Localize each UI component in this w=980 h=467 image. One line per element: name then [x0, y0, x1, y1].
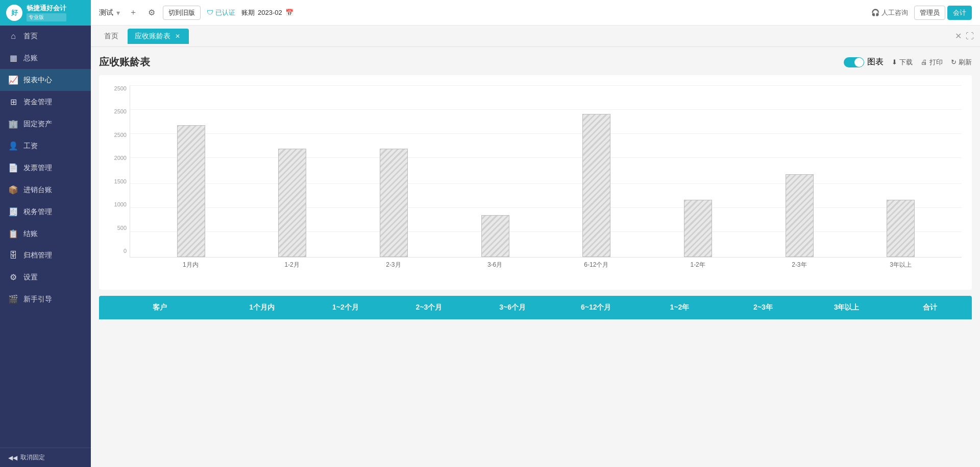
x-label-1-2month: 1-2月: [278, 261, 306, 269]
chart-main: 1月内 1-2月 2-3月 3-6月 6-12个月 1-2年 2-3年 3年以上: [130, 85, 962, 269]
col-total: 合计: [888, 296, 972, 319]
sidebar-item-settings[interactable]: ⚙ 设置: [0, 266, 91, 288]
chart-area: 2500 2500 2500 2000 1500 1000 500 0: [109, 85, 962, 269]
page-title: 应收账龄表: [99, 55, 150, 69]
bar-6-12month: [582, 114, 610, 257]
chart-grid: [130, 85, 962, 258]
period-value: 2023-02: [258, 9, 282, 16]
main-area: 测试 ▾ ＋ ⚙ 切到旧版 🛡 已认证 账期 2023-02 📅 🎧 人工咨询 …: [91, 0, 980, 467]
tab-close-icon[interactable]: ✕: [174, 32, 182, 40]
y-label-2000: 2000: [114, 155, 127, 161]
sidebar-item-assets[interactable]: 🏢 固定资产: [0, 113, 91, 135]
toggle-thumb: [854, 58, 864, 67]
bar-3-6month-rect: [481, 215, 509, 257]
sidebar-item-inventory[interactable]: 📦 进销台账: [0, 179, 91, 201]
page-actions: 图表 ⬇ 下载 🖨 打印 ↻ 刷新: [844, 57, 972, 67]
x-label-6-12month: 6-12个月: [582, 261, 610, 269]
consult-button[interactable]: 🎧 人工咨询: [871, 8, 908, 17]
sidebar-label-funds: 资金管理: [23, 98, 52, 107]
reports-icon: 📈: [8, 75, 18, 85]
y-label-2500c: 2500: [114, 132, 127, 138]
x-label-2-3year: 2-3年: [785, 261, 813, 269]
tab-expand-button[interactable]: ⛶: [966, 31, 974, 41]
chart-toggle[interactable]: 图表: [844, 57, 884, 67]
bar-2-3year: [786, 174, 814, 257]
bar-3plus-year-rect: [887, 200, 915, 257]
user-button[interactable]: 管理员: [914, 6, 945, 20]
bar-2-3month: [380, 149, 408, 257]
sidebar-item-payroll[interactable]: 👤 工资: [0, 135, 91, 157]
tab-aging[interactable]: 应收账龄表 ✕: [128, 29, 189, 44]
sidebar-item-funds[interactable]: ⊞ 资金管理: [0, 91, 91, 113]
headset-icon: 🎧: [871, 9, 879, 16]
tab-home[interactable]: 首页: [97, 29, 126, 44]
sidebar-item-guide[interactable]: 🎬 新手引导: [0, 288, 91, 310]
x-label-1-2year: 1-2年: [684, 261, 712, 269]
sidebar-item-invoices[interactable]: 📄 发票管理: [0, 157, 91, 179]
tab-home-label: 首页: [104, 32, 118, 41]
chart-y-axis: 2500 2500 2500 2000 1500 1000 500 0: [109, 85, 130, 269]
sidebar-label-assets: 固定资产: [23, 120, 52, 129]
print-button[interactable]: 🖨 打印: [921, 58, 943, 67]
sidebar-item-home[interactable]: ⌂ 首页: [0, 26, 91, 47]
download-button[interactable]: ⬇ 下载: [892, 58, 913, 67]
col-3-6month: 3~6个月: [471, 296, 554, 319]
sidebar-item-tax[interactable]: 🧾 税务管理: [0, 201, 91, 223]
x-label-3-6month: 3-6月: [481, 261, 509, 269]
content-area: 应收账龄表 图表 ⬇ 下载 🖨 打印 ↻ 刷新: [91, 47, 980, 467]
toggle-track[interactable]: [844, 57, 864, 67]
workspace-selector[interactable]: 测试 ▾: [99, 8, 120, 17]
sidebar-unpin-button[interactable]: ◀◀ 取消固定: [0, 448, 91, 467]
sidebar-item-closing[interactable]: 📋 结账: [0, 223, 91, 245]
settings-button[interactable]: ⚙: [144, 6, 159, 20]
tab-close-button[interactable]: ✕: [955, 31, 962, 41]
sidebar-label-invoices: 发票管理: [23, 164, 52, 173]
app-name: 畅捷通好会计: [27, 4, 66, 12]
x-label-3plus-year: 3年以上: [887, 261, 915, 269]
x-label-2-3month: 2-3月: [379, 261, 407, 269]
user-buttons: 管理员 会计: [914, 6, 972, 20]
sidebar-label-closing: 结账: [23, 229, 38, 239]
settings-icon: ⚙: [8, 272, 18, 282]
switch-version-button[interactable]: 切到旧版: [163, 6, 201, 20]
home-icon: ⌂: [8, 32, 18, 41]
sidebar-label-ledger: 总账: [23, 54, 38, 63]
bar-2-3month-rect: [380, 149, 408, 257]
bar-1-2year: [684, 200, 712, 257]
payroll-icon: 👤: [8, 141, 18, 151]
tabbar: 首页 应收账龄表 ✕ ✕ ⛶: [91, 26, 980, 47]
bar-1-2year-rect: [684, 200, 712, 257]
logo-icon: 好: [6, 5, 22, 21]
chart-x-labels: 1月内 1-2月 2-3月 3-6月 6-12个月 1-2年 2-3年 3年以上: [130, 258, 962, 269]
funds-icon: ⊞: [8, 97, 18, 107]
bar-1-2month: [278, 149, 306, 257]
col-2-3year: 2~3年: [721, 296, 805, 319]
print-label: 打印: [929, 58, 943, 67]
ledger-icon: ▦: [8, 53, 18, 63]
assets-icon: 🏢: [8, 119, 18, 129]
archive-icon: 🗄: [8, 251, 18, 260]
sidebar-item-reports[interactable]: 📈 报表中心: [0, 69, 91, 91]
period-selector[interactable]: 账期 2023-02 📅: [241, 8, 293, 17]
tax-icon: 🧾: [8, 207, 18, 217]
sidebar-label-settings: 设置: [23, 273, 38, 282]
sidebar-item-ledger[interactable]: ▦ 总账: [0, 47, 91, 69]
app-edition: 专业版: [27, 13, 66, 21]
y-label-2500a: 2500: [114, 85, 127, 91]
col-3plus-year: 3年以上: [805, 296, 889, 319]
bar-2-3year-rect: [786, 174, 814, 257]
bar-1-2month-rect: [278, 149, 306, 257]
col-1month: 1个月内: [220, 296, 304, 319]
sidebar-label-reports: 报表中心: [23, 76, 52, 85]
role-button[interactable]: 会计: [947, 6, 972, 20]
sidebar-item-archive[interactable]: 🗄 归档管理: [0, 245, 91, 266]
add-button[interactable]: ＋: [126, 6, 140, 20]
chart-container: 2500 2500 2500 2000 1500 1000 500 0: [99, 75, 972, 290]
refresh-button[interactable]: ↻ 刷新: [951, 58, 972, 67]
sidebar-label-guide: 新手引导: [23, 295, 52, 304]
sidebar-label-inventory: 进销台账: [23, 185, 52, 195]
closing-icon: 📋: [8, 229, 18, 239]
col-2-3month: 2~3个月: [387, 296, 471, 319]
topbar: 测试 ▾ ＋ ⚙ 切到旧版 🛡 已认证 账期 2023-02 📅 🎧 人工咨询 …: [91, 0, 980, 26]
col-1-2year: 1~2年: [638, 296, 722, 319]
